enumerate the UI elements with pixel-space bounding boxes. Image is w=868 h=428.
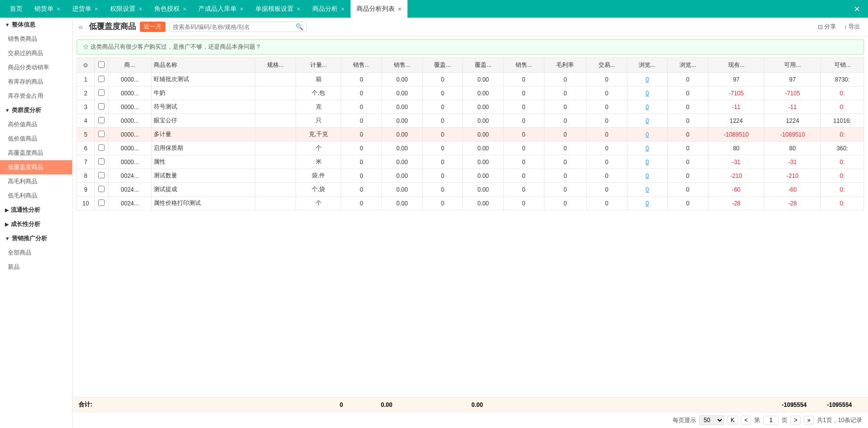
sidebar-group-marketing[interactable]: ▼ 营销推广分析 [0,231,72,246]
sidebar-group-growth[interactable]: ▶ 成长性分析 [0,217,72,231]
cell-checkbox[interactable] [95,142,108,155]
browse-link[interactable]: 0 [646,90,649,97]
browse-link[interactable]: 0 [646,76,649,83]
sidebar-item-low-value[interactable]: 低价值商品 [0,132,72,146]
prev-page-button[interactable]: < [741,416,751,425]
cell-checkbox[interactable] [95,128,108,142]
cell-browse1[interactable]: 0 [627,183,668,197]
col-header-trade[interactable]: 交易... [586,58,627,73]
cell-browse1[interactable]: 0 [627,128,668,142]
row-checkbox[interactable] [98,76,105,82]
row-checkbox[interactable] [98,117,105,123]
nav-tab-product-in[interactable]: 产成品入库单 ✕ [192,0,249,18]
cell-checkbox[interactable] [95,169,108,183]
sidebar-item-low-margin[interactable]: 低毛利商品 [0,189,72,203]
nav-tab-sales[interactable]: 销货单 ✕ [28,0,66,18]
sidebar-group-cluster[interactable]: ▼ 类群度分析 [0,103,72,117]
col-header-available[interactable]: 可用... [764,58,821,73]
cell-checkbox[interactable] [95,100,108,114]
close-icon[interactable]: ✕ [297,6,300,12]
share-button[interactable]: ⊡ 分享 [816,22,838,32]
browse-link[interactable]: 0 [646,172,649,179]
col-header-browse1[interactable]: 浏览... [627,58,668,73]
col-header-gross[interactable]: 毛利率 [544,58,586,73]
row-checkbox[interactable] [98,144,105,151]
nav-tab-template[interactable]: 单据模板设置 ✕ [249,0,306,18]
sidebar-item-high-margin[interactable]: 高毛利商品 [0,174,72,189]
last-page-button[interactable]: » [804,416,814,425]
browse-link[interactable]: 0 [646,200,649,207]
row-checkbox[interactable] [98,172,105,178]
col-header-saleable[interactable]: 可销... [821,58,864,73]
nav-tab-analysis[interactable]: 商品分析 ✕ [306,0,351,18]
select-all-checkbox[interactable] [98,61,105,68]
cell-browse1[interactable]: 0 [627,73,668,86]
sidebar-item-capital[interactable]: 库存资金占用 [0,89,72,103]
cell-browse1[interactable]: 0 [627,155,668,169]
date-filter-button[interactable]: 近一月 [140,22,165,32]
cell-browse1[interactable]: 0 [627,142,668,155]
nav-tab-permission[interactable]: 权限设置 ✕ [104,0,148,18]
cell-browse1[interactable]: 0 [627,114,668,128]
close-all-button[interactable]: ✕ [850,4,864,14]
row-checkbox[interactable] [98,103,105,110]
cell-checkbox[interactable] [95,73,108,86]
col-header-browse2[interactable]: 浏览... [668,58,708,73]
browse-link[interactable]: 0 [646,131,649,138]
cell-browse1[interactable]: 0 [627,86,668,100]
sidebar-item-new-goods[interactable]: 新品 [0,260,72,274]
row-checkbox[interactable] [98,186,105,192]
next-page-button[interactable]: > [790,416,801,425]
export-button[interactable]: ↑ 导出 [842,22,862,32]
sidebar-item-traded-goods[interactable]: 交易过的商品 [0,46,72,60]
col-header-cover2[interactable]: 覆盖... [463,58,504,73]
col-header-spec[interactable]: 规格... [255,58,296,73]
row-checkbox[interactable] [98,131,105,137]
close-icon[interactable]: ✕ [94,6,98,12]
sidebar-item-high-value[interactable]: 高价值商品 [0,117,72,132]
col-header-code[interactable]: 商... [108,58,152,73]
sidebar-item-sales-goods[interactable]: 销售类商品 [0,32,72,46]
col-header-stock[interactable]: 现有... [708,58,764,73]
close-icon[interactable]: ✕ [138,6,142,12]
sidebar-item-all-goods[interactable]: 全部商品 [0,246,72,260]
nav-tab-purchase[interactable]: 进货单 ✕ [66,0,104,18]
search-icon[interactable]: 🔍 [296,23,303,30]
sidebar-item-category-rate[interactable]: 商品分类动销率 [0,60,72,75]
browse-link[interactable]: 0 [646,104,649,111]
sidebar-item-low-coverage[interactable]: 低覆盖度商品 [0,160,72,174]
browse-link[interactable]: 0 [646,145,649,152]
col-header-name[interactable]: 商品名称 [151,58,255,73]
close-icon[interactable]: ✕ [56,6,60,12]
cell-browse1[interactable]: 0 [627,197,668,210]
cell-browse1[interactable]: 0 [627,169,668,183]
sidebar-item-stock-goods[interactable]: 有库存的商品 [0,75,72,89]
row-checkbox[interactable] [98,200,105,206]
col-header-sales-qty[interactable]: 销售... [341,58,382,73]
cell-browse1[interactable]: 0 [627,100,668,114]
close-icon[interactable]: ✕ [398,6,402,12]
sidebar-group-flow[interactable]: ▶ 流通性分析 [0,203,72,217]
first-page-button[interactable]: K [727,416,738,425]
nav-tab-role[interactable]: 角色授权 ✕ [148,0,192,18]
col-header-sales-amt[interactable]: 销售... [382,58,423,73]
col-header-sales-count[interactable]: 销售... [503,58,544,73]
cell-checkbox[interactable] [95,114,108,128]
col-header-unit[interactable]: 计量... [296,58,341,73]
search-input[interactable] [173,24,296,30]
close-icon[interactable]: ✕ [341,6,345,12]
row-checkbox[interactable] [98,89,105,96]
col-header-cover1[interactable]: 覆盖... [422,58,463,73]
cell-checkbox[interactable] [95,86,108,100]
sidebar-item-high-coverage[interactable]: 高覆盖度商品 [0,146,72,160]
browse-link[interactable]: 0 [646,117,649,124]
per-page-select[interactable]: 50 100 200 [699,415,724,425]
settings-icon[interactable]: ⚙ [83,62,88,69]
page-number-input[interactable] [763,416,779,425]
close-icon[interactable]: ✕ [240,6,244,12]
row-checkbox[interactable] [98,158,105,165]
sidebar-group-overall[interactable]: ▼ 整体信息 [0,18,72,32]
browse-link[interactable]: 0 [646,186,649,193]
cell-checkbox[interactable] [95,197,108,210]
close-icon[interactable]: ✕ [183,6,187,12]
